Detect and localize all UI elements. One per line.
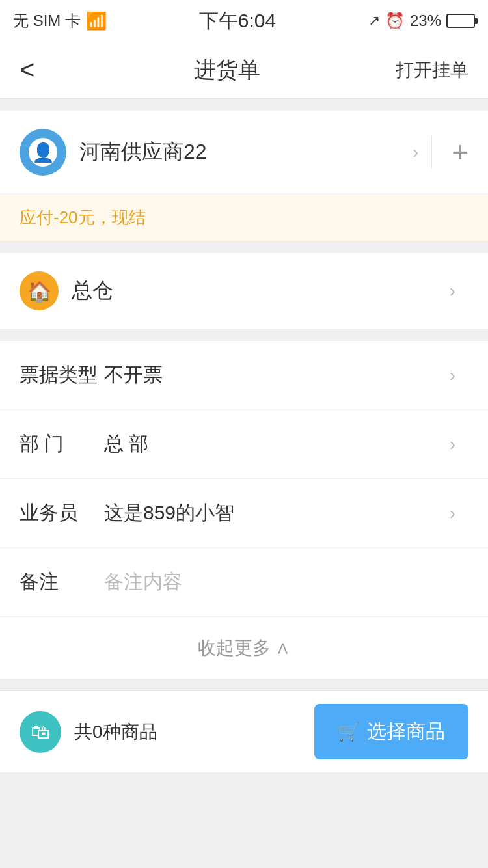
warehouse-chevron-icon: ›: [450, 280, 455, 301]
add-supplier-button[interactable]: +: [452, 136, 468, 169]
invoice-type-row[interactable]: 票据类型 不开票 ›: [0, 341, 488, 410]
page-title: 进货单: [194, 55, 260, 85]
alarm-icon: ⏰: [385, 12, 405, 30]
gps-icon: ↗: [368, 12, 380, 29]
supplier-avatar: 👤: [20, 129, 66, 176]
gray-fill: [0, 772, 488, 868]
nav-bar: < 进货单 打开挂单: [0, 42, 488, 99]
divider: [431, 136, 432, 169]
invoice-type-chevron-icon: ›: [450, 365, 455, 386]
remark-row[interactable]: 备注 备注内容: [0, 548, 488, 617]
salesman-label: 业务员: [20, 500, 104, 526]
section-gap-4: [0, 679, 488, 690]
supplier-chevron-icon: ›: [413, 142, 418, 163]
select-product-label: 选择商品: [367, 718, 445, 745]
collapse-button[interactable]: 收起更多 ∧: [0, 617, 488, 679]
remark-label: 备注: [20, 569, 104, 595]
carrier-text: 无 SIM 卡: [13, 10, 81, 31]
salesman-row[interactable]: 业务员 这是859的小智 ›: [0, 479, 488, 548]
invoice-type-value: 不开票: [104, 362, 450, 388]
remark-input[interactable]: 备注内容: [104, 569, 468, 595]
warehouse-name: 总仓: [72, 277, 450, 305]
status-bar: 无 SIM 卡 📶 下午6:04 ↗ ⏰ 23%: [0, 0, 488, 42]
supplier-section: 👤 河南供应商22 › + 应付-20元，现结: [0, 111, 488, 241]
warehouse-icon: 🏠: [20, 271, 59, 310]
bottom-bar: 🛍 共0种商品 🛒 选择商品: [0, 690, 488, 772]
battery-percent: 23%: [410, 12, 441, 30]
wifi-icon: 📶: [86, 11, 107, 31]
warehouse-row[interactable]: 🏠 总仓 ›: [0, 253, 488, 329]
person-icon: 👤: [32, 142, 55, 163]
department-label: 部 门: [20, 431, 104, 457]
notice-text: 应付-20元，现结: [20, 208, 146, 227]
cart-icon: 🛍: [31, 721, 50, 743]
supplier-name: 河南供应商22: [79, 138, 413, 167]
product-count-icon: 🛍: [20, 711, 61, 753]
department-value: 总 部: [104, 431, 450, 457]
salesman-chevron-icon: ›: [450, 503, 455, 524]
open-pending-button[interactable]: 打开挂单: [396, 58, 468, 83]
section-gap-1: [0, 99, 488, 111]
status-time: 下午6:04: [199, 8, 276, 34]
department-chevron-icon: ›: [450, 434, 455, 455]
product-count-text: 共0种商品: [74, 720, 314, 744]
back-button[interactable]: <: [20, 55, 59, 85]
battery-icon: [446, 14, 475, 28]
notice-banner: 应付-20元，现结: [0, 195, 488, 241]
select-product-icon: 🛒: [338, 721, 360, 742]
supplier-row[interactable]: 👤 河南供应商22 › +: [0, 111, 488, 195]
avatar-inner: 👤: [29, 138, 57, 167]
invoice-type-label: 票据类型: [20, 362, 104, 388]
salesman-value: 这是859的小智: [104, 500, 450, 526]
section-gap-2: [0, 241, 488, 253]
department-row[interactable]: 部 门 总 部 ›: [0, 410, 488, 479]
warehouse-symbol: 🏠: [27, 280, 51, 303]
status-right: ↗ ⏰ 23%: [368, 12, 475, 30]
select-product-button[interactable]: 🛒 选择商品: [314, 704, 468, 759]
status-left: 无 SIM 卡 📶: [13, 10, 107, 31]
warehouse-section: 🏠 总仓 ›: [0, 253, 488, 329]
section-gap-3: [0, 329, 488, 341]
form-section: 票据类型 不开票 › 部 门 总 部 › 业务员 这是859的小智 › 备注 备…: [0, 341, 488, 679]
